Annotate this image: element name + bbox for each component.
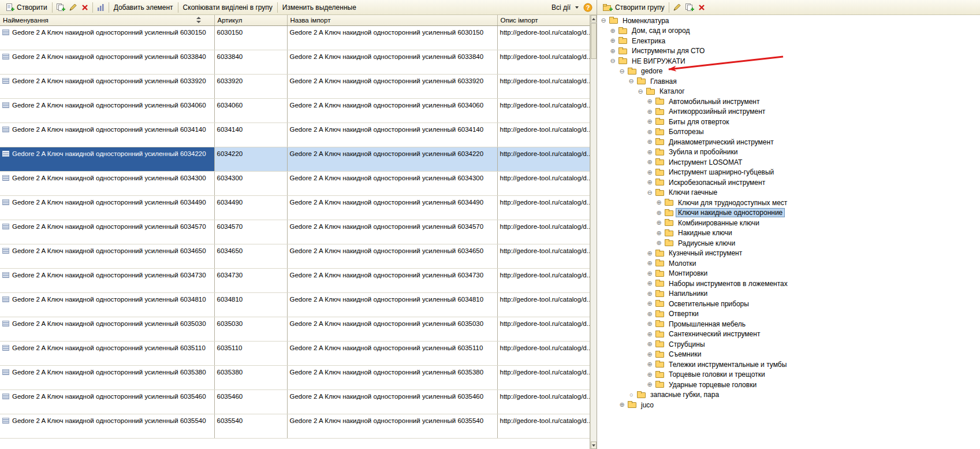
expand-toggle-icon[interactable]: ⊕ bbox=[609, 48, 617, 54]
cell-name[interactable]: Gedore 2 A Ключ накидной односторонний у… bbox=[0, 98, 214, 123]
expand-toggle-icon[interactable]: ⊕ bbox=[646, 280, 654, 287]
collapse-toggle-icon[interactable]: ⊖ bbox=[636, 88, 644, 95]
cell-name[interactable]: Gedore 2 A Ключ накидной односторонний у… bbox=[0, 147, 214, 171]
cell-name[interactable]: Gedore 2 A Ключ накидной односторонний у… bbox=[0, 195, 214, 220]
tree-item[interactable]: ⊖gedore bbox=[597, 66, 980, 77]
expand-toggle-icon[interactable]: ⊕ bbox=[646, 361, 654, 368]
tree-item[interactable]: ⊕Болторезы bbox=[597, 127, 980, 138]
cell-import-desc[interactable]: http://gedore-tool.ru/catalog/d... bbox=[497, 268, 590, 292]
cell-article[interactable]: 6033840 bbox=[214, 50, 287, 74]
cell-import-name[interactable]: Gedore 2 A Ключ накидной односторонний у… bbox=[287, 50, 497, 74]
column-header-import-desc[interactable]: Опис імпорт bbox=[497, 15, 590, 25]
expand-toggle-icon[interactable]: ⊕ bbox=[646, 260, 654, 266]
expand-toggle-icon[interactable]: ⊕ bbox=[646, 341, 654, 347]
table-row[interactable]: Gedore 2 A Ключ накидной односторонний у… bbox=[0, 244, 590, 268]
tree-item[interactable]: ⊕Динамометрический инструмент bbox=[597, 137, 980, 147]
copy-group-button[interactable] bbox=[683, 2, 696, 13]
tree-item[interactable]: ⊕Комбинированные ключи bbox=[597, 218, 980, 228]
tree-item[interactable]: ⊕Съемники bbox=[597, 350, 980, 360]
cell-name[interactable]: Gedore 2 A Ключ накидной односторонний у… bbox=[0, 171, 214, 195]
help-button[interactable]: ? bbox=[582, 2, 594, 13]
cell-article[interactable]: 6034060 bbox=[214, 98, 287, 123]
cell-import-desc[interactable]: http://gedore-tool.ru/catalog/d... bbox=[497, 341, 590, 365]
tree-item[interactable]: ⊕Монтировки bbox=[597, 269, 980, 279]
expand-toggle-icon[interactable]: ⊕ bbox=[646, 118, 654, 125]
table-row[interactable]: Gedore 2 A Ключ накидной односторонний у… bbox=[0, 268, 590, 292]
cell-import-name[interactable]: Gedore 2 A Ключ накидной односторонний у… bbox=[287, 244, 497, 268]
expand-toggle-icon[interactable]: ⊕ bbox=[646, 331, 654, 337]
tree-item[interactable]: ⊖Номенклатура bbox=[597, 16, 980, 26]
set-interval-button[interactable] bbox=[95, 2, 107, 13]
tree-item[interactable]: ⊕Антикоррозийный инструмент bbox=[597, 107, 980, 117]
cell-import-name[interactable]: Gedore 2 A Ключ накидной односторонний у… bbox=[287, 341, 497, 365]
cell-name[interactable]: Gedore 2 A Ключ накидной односторонний у… bbox=[0, 317, 214, 341]
tree-item[interactable]: ⊕Наборы инструментов в ложементах bbox=[597, 279, 980, 289]
table-row[interactable]: Gedore 2 A Ключ накидной односторонний у… bbox=[0, 147, 590, 171]
cell-article[interactable]: 6035110 bbox=[214, 341, 287, 365]
tree-item[interactable]: ⊖Каталог bbox=[597, 87, 980, 97]
cell-import-name[interactable]: Gedore 2 A Ключ накидной односторонний у… bbox=[287, 414, 497, 438]
delete-group-button[interactable] bbox=[696, 2, 707, 13]
table-row[interactable]: Gedore 2 A Ключ накидной односторонний у… bbox=[0, 50, 590, 74]
cell-article[interactable]: 6034730 bbox=[214, 268, 287, 292]
all-actions-button[interactable]: Всі дії bbox=[549, 2, 582, 13]
expand-toggle-icon[interactable]: ⊕ bbox=[646, 129, 654, 135]
expand-toggle-icon[interactable]: ⊕ bbox=[646, 169, 654, 176]
collapse-toggle-icon[interactable]: ⊖ bbox=[627, 78, 635, 84]
expand-toggle-icon[interactable]: ⊕ bbox=[646, 381, 654, 388]
expand-toggle-icon[interactable]: ⊕ bbox=[646, 179, 654, 185]
cell-article[interactable]: 6033920 bbox=[214, 74, 287, 98]
expand-toggle-icon[interactable]: ⊕ bbox=[646, 300, 654, 307]
expand-toggle-icon[interactable]: ⊕ bbox=[655, 240, 663, 246]
expand-toggle-icon[interactable]: ⊕ bbox=[646, 311, 654, 317]
tree-item[interactable]: ⊕Инструмент LOSOMAT bbox=[597, 157, 980, 168]
expand-toggle-icon[interactable]: ⊕ bbox=[646, 250, 654, 257]
cell-name[interactable]: Gedore 2 A Ключ накидной односторонний у… bbox=[0, 25, 214, 50]
table-row[interactable]: Gedore 2 A Ключ накидной односторонний у… bbox=[0, 25, 590, 50]
expand-toggle-icon[interactable]: ⊕ bbox=[646, 98, 654, 105]
expand-toggle-icon[interactable]: ⊕ bbox=[655, 230, 663, 236]
cell-import-desc[interactable]: http://gedore-tool.ru/catalog/d... bbox=[497, 244, 590, 268]
cell-article[interactable]: 6035460 bbox=[214, 389, 287, 414]
cell-article[interactable]: 6034490 bbox=[214, 195, 287, 220]
column-header-import-name[interactable]: Назва імпорт bbox=[287, 15, 497, 25]
expand-toggle-icon[interactable]: ⊕ bbox=[646, 270, 654, 277]
table-scrollbar[interactable] bbox=[590, 15, 597, 449]
create-button[interactable]: Створити bbox=[2, 2, 50, 13]
table-row[interactable]: Gedore 2 A Ключ накидной односторонний у… bbox=[0, 220, 590, 244]
cell-import-desc[interactable]: http://gedore-tool.ru/catalog/d... bbox=[497, 171, 590, 195]
cell-name[interactable]: Gedore 2 A Ключ накидной односторонний у… bbox=[0, 50, 214, 74]
cell-name[interactable]: Gedore 2 A Ключ накидной односторонний у… bbox=[0, 244, 214, 268]
tree-item[interactable]: ⊕Тележки инструментальные и тумбы bbox=[597, 359, 980, 370]
edit-group-button[interactable] bbox=[671, 2, 683, 13]
column-header-article[interactable]: Артикул bbox=[214, 15, 287, 25]
tree-item[interactable]: ⊕Ключи для труднодоступных мест bbox=[597, 198, 980, 208]
tree-item[interactable]: ⊕Електрика bbox=[597, 36, 980, 46]
expand-toggle-icon[interactable]: ⊕ bbox=[609, 38, 617, 44]
expand-toggle-icon[interactable]: ⊕ bbox=[655, 220, 663, 226]
cell-article[interactable]: 6030150 bbox=[214, 25, 287, 50]
cell-name[interactable]: Gedore 2 A Ключ накидной односторонний у… bbox=[0, 292, 214, 317]
tree-item[interactable]: ⊖НЕ ВИГРУЖАТИ bbox=[597, 56, 980, 66]
expand-toggle-icon[interactable]: ⊕ bbox=[618, 402, 626, 408]
expand-toggle-icon[interactable]: ⊕ bbox=[655, 199, 663, 206]
tree-item[interactable]: ○запасные губки, пара bbox=[597, 390, 980, 400]
cell-import-name[interactable]: Gedore 2 A Ключ накидной односторонний у… bbox=[287, 74, 497, 98]
cell-article[interactable]: 6034300 bbox=[214, 171, 287, 195]
tree-item[interactable]: ⊕Дом, сад и огород bbox=[597, 26, 980, 36]
table-row[interactable]: Gedore 2 A Ключ накидной односторонний у… bbox=[0, 292, 590, 317]
tree-item[interactable]: ⊕Радиусные ключи bbox=[597, 238, 980, 248]
cell-import-desc[interactable]: http://gedore-tool.ru/catalog/d... bbox=[497, 365, 590, 389]
table-row[interactable]: Gedore 2 A Ключ накидной односторонний у… bbox=[0, 98, 590, 123]
cell-name[interactable]: Gedore 2 A Ключ накидной односторонний у… bbox=[0, 365, 214, 389]
scroll-up-button[interactable] bbox=[591, 15, 597, 23]
cell-import-desc[interactable]: http://gedore-tool.ru/catalog/d... bbox=[497, 147, 590, 171]
tree-item[interactable]: ⊕Промышленная мебель bbox=[597, 319, 980, 329]
expand-toggle-icon[interactable]: ⊕ bbox=[646, 291, 654, 297]
tree-item[interactable]: ⊕Ударные торцевые головки bbox=[597, 380, 980, 390]
cell-name[interactable]: Gedore 2 A Ключ накидной односторонний у… bbox=[0, 123, 214, 147]
tree-item[interactable]: ⊕Биты для отверток bbox=[597, 117, 980, 127]
cell-import-desc[interactable]: http://gedore-tool.ru/catalog/d... bbox=[497, 98, 590, 123]
cell-name[interactable]: Gedore 2 A Ключ накидной односторонний у… bbox=[0, 389, 214, 414]
delete-button[interactable] bbox=[79, 2, 91, 13]
